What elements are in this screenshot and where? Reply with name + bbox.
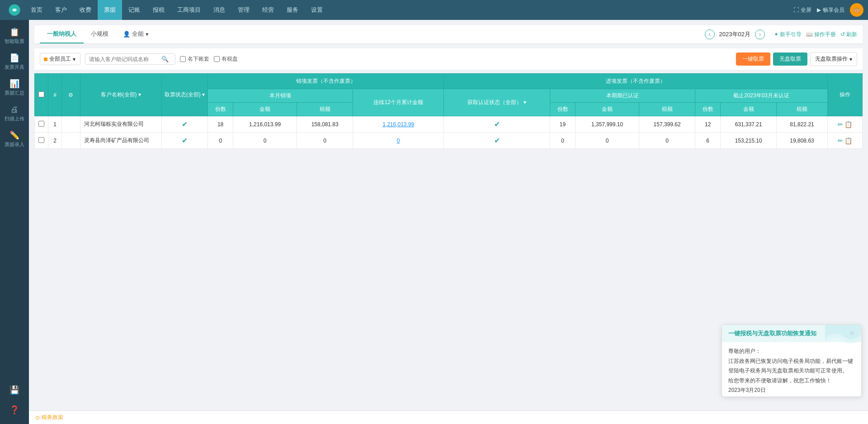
has-tax-disk-checkbox[interactable]: 有税盘	[214, 55, 238, 63]
date-prev-btn[interactable]: ‹	[705, 29, 715, 39]
row2-purchase-amount: 0	[576, 133, 639, 149]
row2-detail-icon[interactable]: 📋	[844, 137, 852, 144]
sidebar-bottom: 💾 ❓	[1, 382, 28, 424]
row1-detail-icon[interactable]: 📋	[844, 121, 852, 128]
th-number: #	[48, 74, 62, 116]
notification-popup: 一键报税与无盘取票功能恢复通知 ✕ 尊敬的用户： 江苏政务网已恢复访问电子税务局…	[722, 324, 862, 397]
tab-all[interactable]: 👤 全能 ▾	[116, 25, 156, 43]
row1-edit-icon[interactable]: ✏	[838, 121, 843, 128]
sidebar-item-invoice-issue[interactable]: 📄 发票开具	[1, 50, 28, 74]
action-btns: 一键取票 无盘取票 无盘取票操作 ▾	[736, 52, 857, 66]
row1-customer: 河北柯瑞栎实业有限公司	[80, 116, 161, 133]
member-btn[interactable]: ▶ 畅享会员	[817, 6, 844, 14]
row1-purchase-amount: 1,357,999.10	[576, 116, 639, 133]
select-all-checkbox[interactable]	[38, 91, 44, 97]
logo[interactable]	[5, 0, 24, 20]
new-guide-btn[interactable]: ✦ 新手引导	[774, 31, 802, 38]
search-input[interactable]	[89, 56, 161, 62]
row2-status-icon: ✔	[182, 137, 188, 144]
tab-small-scale[interactable]: 小规模	[84, 25, 116, 43]
nav-fee[interactable]: 收费	[73, 0, 98, 20]
nav-bookkeeping[interactable]: 记账	[122, 0, 146, 20]
no-disk-btn[interactable]: 无盘取票	[773, 52, 807, 66]
row2-edit-icon[interactable]: ✏	[838, 137, 843, 144]
th-status: 取票状态(全部) ▾	[161, 74, 208, 116]
row1-uncert-tax: 81,822.21	[777, 116, 828, 133]
tax-policy-label: 税务政策	[42, 414, 63, 421]
more-chevron-icon: ▾	[849, 56, 852, 62]
nav-tax[interactable]: 报税	[146, 0, 171, 20]
refresh-btn[interactable]: ↺ 刷新	[840, 31, 857, 38]
nav-service[interactable]: 服务	[280, 0, 305, 20]
name-account-checkbox[interactable]: 名下账套	[180, 55, 209, 63]
date-next-btn[interactable]: ›	[755, 29, 765, 39]
row2-uncert-tax: 19,808.63	[777, 133, 828, 149]
row1-sales-tax: 158,081.83	[297, 116, 353, 133]
notification-apology: 给您带来的不便敬请谅解，祝您工作愉快！	[728, 376, 855, 386]
th-purchase-group: 进项发票（不含作废票）	[444, 74, 828, 89]
sidebar-item-invoice-summary[interactable]: 📊 票据汇总	[1, 76, 28, 100]
manual-btn[interactable]: 📖 操作手册	[806, 31, 836, 38]
nav-home[interactable]: 首页	[24, 0, 49, 20]
sidebar-item-invoice-entry[interactable]: ✏️ 票据录入	[1, 128, 28, 152]
row1-purchase-shares: 19	[550, 116, 576, 133]
nav-operation[interactable]: 经营	[256, 0, 280, 20]
tax-policy-link[interactable]: ⊙ 税务政策	[35, 414, 63, 421]
row1-checkbox[interactable]	[35, 116, 48, 133]
employee-select[interactable]: 全部员工 ▾	[40, 53, 80, 65]
sidebar-item-scan-upload[interactable]: 🖨 扫描上传	[1, 102, 28, 126]
th-settings[interactable]: ⚙	[62, 74, 80, 116]
filter-icon[interactable]: ▾	[138, 91, 141, 98]
invoice-issue-icon: 📄	[9, 54, 19, 62]
table-row: 1 河北柯瑞栎实业有限公司 ✔ 18 1,216,013.99 158,081.…	[35, 116, 863, 133]
row1-cert-icon: ✔	[494, 120, 500, 128]
th-purchase-shares: 份数	[550, 103, 576, 116]
th-sales-group: 销项发票（不含作废票）	[208, 74, 444, 89]
status-filter-icon[interactable]: ▾	[202, 91, 205, 98]
tab-general-taxpayer[interactable]: 一般纳税人	[40, 25, 84, 43]
row2-actions: ✏ 📋	[827, 133, 862, 149]
row2-checkbox[interactable]	[35, 133, 48, 149]
nav-business[interactable]: 工商项目	[171, 0, 207, 20]
row2-uncert-shares: 6	[695, 133, 721, 149]
th-purchase-tax: 税额	[639, 103, 695, 116]
row1-cert-status: ✔	[444, 116, 550, 133]
one-click-btn[interactable]: 一键取票	[736, 52, 770, 66]
notification-title: 一键报税与无盘取票功能恢复通知	[728, 329, 816, 338]
orange-dot	[44, 57, 47, 61]
status-bar: ⊙ 税务政策	[29, 410, 868, 424]
person-icon: 👤	[123, 31, 130, 38]
notification-text: 江苏政务网已恢复访问电子税务局功能，易代账一键登陆电子税务局与无盘取票相关功能可…	[728, 357, 855, 376]
row1-sales-amount: 1,216,013.99	[233, 116, 297, 133]
avatar[interactable]: 🐵	[850, 3, 863, 17]
fullscreen-btn[interactable]: ⛶ 全屏	[793, 6, 811, 14]
row1-purchase-tax: 157,399.62	[639, 116, 695, 133]
row2-purchase-shares: 0	[550, 133, 576, 149]
cert-filter-icon[interactable]: ▾	[524, 99, 526, 105]
invoice-summary-icon: 📊	[9, 80, 19, 88]
sidebar-item-smart-ticket[interactable]: 📋 智能取票	[1, 24, 28, 48]
sidebar-help[interactable]: ❓	[1, 402, 28, 418]
th-purchase-cert-status: 获取认证状态（全部） ▾	[444, 89, 550, 116]
nav-message[interactable]: 消息	[207, 0, 231, 20]
th-checkbox	[35, 74, 48, 116]
notification-greeting: 尊敬的用户：	[728, 347, 855, 357]
row1-status-icon: ✔	[182, 120, 188, 128]
nav-manage[interactable]: 管理	[231, 0, 256, 20]
row2-sales-shares: 0	[208, 133, 233, 149]
sidebar-download[interactable]: 💾	[1, 382, 28, 398]
top-nav: 首页 客户 收费 票据 记账 报税 工商项目 消息 管理 经营 服务 设置 ⛶ …	[0, 0, 868, 20]
more-operations-btn[interactable]: 无盘取票操作 ▾	[810, 52, 857, 66]
nav-customer[interactable]: 客户	[49, 0, 73, 20]
scan-upload-icon: 🖨	[10, 105, 19, 114]
nav-invoice[interactable]: 票据	[98, 0, 122, 20]
tabs-right-btns: ✦ 新手引导 📖 操作手册 ↺ 刷新	[774, 31, 857, 38]
th-sales-12month: 连续12个月累计金额	[353, 89, 444, 116]
row1-sales-12month[interactable]: 1,216,013.99	[353, 116, 444, 133]
th-uncert-amount: 金额	[721, 103, 777, 116]
th-sales-amount: 金额	[233, 103, 297, 116]
row2-sales-12month[interactable]: 0	[353, 133, 444, 149]
search-icon[interactable]: 🔍	[161, 56, 169, 62]
nav-settings[interactable]: 设置	[305, 0, 329, 20]
select-chevron-icon: ▾	[73, 56, 75, 62]
